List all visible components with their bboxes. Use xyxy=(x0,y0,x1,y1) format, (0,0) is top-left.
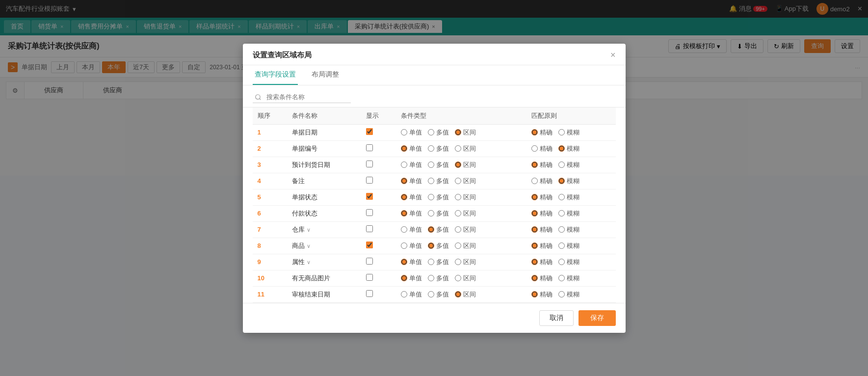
type-radio-多值[interactable] xyxy=(428,129,434,135)
display-checkbox[interactable] xyxy=(366,144,373,151)
modal-overlay: 设置查询区域布局 × 查询字段设置 布局调整 xyxy=(0,0,868,176)
type-radio-group: 单值 多值 区间 xyxy=(401,161,522,169)
type-radio-label: 单值 xyxy=(401,144,422,153)
type-option-label: 单值 xyxy=(409,161,422,169)
match-option-label: 精确 xyxy=(540,128,552,137)
match-option-label: 模糊 xyxy=(567,144,579,153)
table-row: 3预计到货日期 单值 多值 区间 精确 模糊 xyxy=(253,157,616,173)
match-radio-精确[interactable] xyxy=(531,145,538,152)
dialog-header: 设置查询区域布局 × xyxy=(243,44,626,65)
col-header-match: 匹配原则 xyxy=(526,107,616,125)
type-radio-label: 区间 xyxy=(455,128,476,137)
type-option-label: 区间 xyxy=(463,128,476,137)
type-option-label: 单值 xyxy=(409,144,422,153)
match-option-label: 精确 xyxy=(540,144,552,153)
type-radio-label: 多值 xyxy=(428,144,449,153)
type-option-label: 多值 xyxy=(436,144,449,153)
match-radio-label: 模糊 xyxy=(558,128,579,137)
search-icon xyxy=(255,94,262,101)
tab-layout-adjust[interactable]: 布局调整 xyxy=(310,65,341,85)
type-radio-多值[interactable] xyxy=(428,145,434,152)
match-radio-模糊[interactable] xyxy=(558,145,565,152)
seq-num: 2 xyxy=(258,145,261,152)
type-radio-区间[interactable] xyxy=(455,129,461,135)
dialog-tabs: 查询字段设置 布局调整 xyxy=(243,65,626,85)
type-radio-单值[interactable] xyxy=(401,161,407,168)
search-area xyxy=(243,85,626,107)
match-option-label: 精确 xyxy=(540,161,552,169)
type-radio-label: 多值 xyxy=(428,161,449,169)
match-radio-模糊[interactable] xyxy=(558,161,565,168)
type-option-label: 区间 xyxy=(463,161,476,169)
col-header-display: 显示 xyxy=(361,107,396,125)
col-header-seq: 顺序 xyxy=(253,107,288,125)
match-option-label: 模糊 xyxy=(567,128,579,137)
display-checkbox[interactable] xyxy=(366,161,373,167)
match-radio-模糊[interactable] xyxy=(558,129,565,135)
type-radio-label: 单值 xyxy=(401,128,422,137)
match-option-label: 模糊 xyxy=(567,161,579,169)
seq-num: 1 xyxy=(258,129,261,136)
type-radio-区间[interactable] xyxy=(455,161,461,168)
type-radio-单值[interactable] xyxy=(401,129,407,135)
type-radio-group: 单值 多值 区间 xyxy=(401,144,522,153)
table-row: 1单据日期 单值 多值 区间 精确 模糊 xyxy=(253,124,616,140)
type-radio-多值[interactable] xyxy=(428,161,434,168)
match-radio-label: 模糊 xyxy=(558,161,579,169)
table-row: 2单据编号 单值 多值 区间 精确 模糊 xyxy=(253,140,616,157)
search-field-wrap xyxy=(253,91,351,103)
tab-field-settings[interactable]: 查询字段设置 xyxy=(253,65,298,85)
display-checkbox[interactable] xyxy=(366,128,373,135)
match-radio-精确[interactable] xyxy=(531,129,538,135)
config-table: 顺序 条件名称 显示 条件类型 匹配原则 1单据日期 单值 多值 区间 精确 xyxy=(243,107,626,176)
svg-point-0 xyxy=(255,94,260,99)
type-radio-单值[interactable] xyxy=(401,145,407,152)
match-radio-label: 精确 xyxy=(531,144,552,153)
condition-name: 单据日期 xyxy=(292,129,317,136)
type-option-label: 区间 xyxy=(463,144,476,153)
condition-name: 单据编号 xyxy=(292,145,317,152)
col-header-name: 条件名称 xyxy=(287,107,361,125)
table-row: 4备注 单值 多值 区间 精确 模糊 xyxy=(253,173,616,176)
seq-num: 3 xyxy=(258,161,261,168)
type-option-label: 多值 xyxy=(436,161,449,169)
match-radio-group: 精确 模糊 xyxy=(531,144,611,153)
col-header-type: 条件类型 xyxy=(396,107,526,125)
type-option-label: 多值 xyxy=(436,128,449,137)
settings-dialog: 设置查询区域布局 × 查询字段设置 布局调整 xyxy=(243,44,626,176)
type-radio-区间[interactable] xyxy=(455,145,461,152)
match-radio-label: 精确 xyxy=(531,128,552,137)
type-radio-label: 单值 xyxy=(401,161,422,169)
type-radio-label: 区间 xyxy=(455,144,476,153)
match-radio-group: 精确 模糊 xyxy=(531,128,611,137)
type-radio-group: 单值 多值 区间 xyxy=(401,128,522,137)
type-radio-label: 区间 xyxy=(455,161,476,169)
search-input[interactable] xyxy=(253,91,351,103)
condition-name: 预计到货日期 xyxy=(292,161,330,168)
type-radio-label: 多值 xyxy=(428,128,449,137)
type-option-label: 单值 xyxy=(409,128,422,137)
match-radio-label: 精确 xyxy=(531,161,552,169)
dialog-title: 设置查询区域布局 xyxy=(253,51,312,60)
match-radio-精确[interactable] xyxy=(531,161,538,168)
match-radio-group: 精确 模糊 xyxy=(531,161,611,169)
svg-line-1 xyxy=(259,98,261,100)
dialog-close-btn[interactable]: × xyxy=(610,51,616,59)
match-radio-label: 模糊 xyxy=(558,144,579,153)
